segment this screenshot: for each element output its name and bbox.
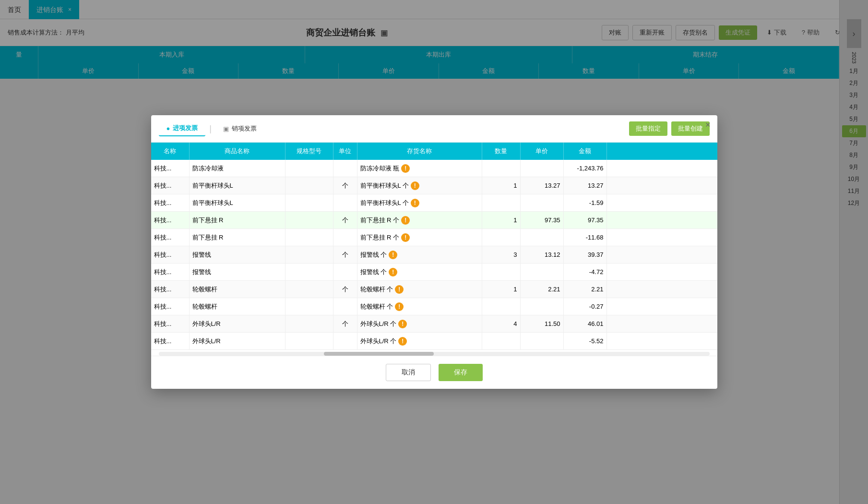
table-cell: 个	[333, 177, 357, 194]
table-cell: -4.72	[564, 264, 607, 280]
table-cell: 外球头L/R	[190, 333, 285, 349]
table-cell	[285, 298, 333, 315]
table-cell: 13.27	[521, 177, 564, 194]
table-cell: -5.52	[564, 333, 607, 349]
th-product: 商品名称	[190, 143, 285, 160]
table-row[interactable]: 科技...报警线报警线 个 !-4.72	[151, 264, 717, 281]
table-row[interactable]: 科技...前平衡杆球头L前平衡杆球头L 个 !-1.59	[151, 194, 717, 212]
table-cell	[482, 333, 521, 349]
warning-icon: !	[389, 268, 397, 276]
warning-icon: !	[411, 199, 419, 207]
table-row[interactable]: 科技...前平衡杆球头L个前平衡杆球头L 个 !113.2713.27	[151, 177, 717, 194]
table-row[interactable]: 科技...外球头L/R个外球头L/R 个 !411.5046.01	[151, 315, 717, 333]
tab-jinxiang-fapiao[interactable]: ● 进项发票	[159, 121, 206, 136]
table-cell: 13.12	[521, 246, 564, 263]
save-button[interactable]: 保存	[439, 364, 483, 381]
table-cell	[285, 229, 333, 246]
th-amount: 金额	[564, 143, 607, 160]
table-cell: 3	[482, 246, 521, 263]
table-cell	[482, 160, 521, 177]
table-cell: 报警线 个 !	[357, 264, 482, 280]
table-cell: 轮毂螺杆	[190, 281, 285, 298]
table-cell	[333, 264, 357, 280]
modal-scrollbar[interactable]	[159, 352, 710, 356]
table-cell: 外球头L/R 个 !	[357, 315, 482, 332]
table-cell: -1.59	[564, 194, 607, 211]
table-cell: 轮毂螺杆 个 !	[357, 298, 482, 315]
table-cell: 1	[482, 177, 521, 194]
table-cell	[482, 229, 521, 246]
table-cell: 11.50	[521, 315, 564, 332]
table-cell: 轮毂螺杆 个 !	[357, 281, 482, 298]
table-cell: 1	[482, 281, 521, 298]
table-cell	[285, 315, 333, 332]
tab-xiaoxiang-fapiao[interactable]: ▣ 销项发票	[215, 121, 264, 136]
jinxiang-tab-icon: ●	[166, 125, 170, 132]
table-cell: 科技...	[151, 246, 190, 263]
table-cell: 个	[333, 315, 357, 332]
table-cell	[285, 177, 333, 194]
table-cell: 前下悬挂 R	[190, 229, 285, 246]
th-unit: 单位	[333, 143, 357, 160]
modal-table-body: 科技...防冻冷却液防冻冷却液 瓶 !-1,243.76科技...前平衡杆球头L…	[151, 160, 717, 350]
table-cell: 97.35	[521, 212, 564, 228]
table-cell	[285, 160, 333, 177]
table-cell	[482, 264, 521, 280]
table-cell: -11.68	[564, 229, 607, 246]
table-cell	[333, 333, 357, 349]
table-cell: 轮毂螺杆	[190, 298, 285, 315]
table-row[interactable]: 科技...前下悬挂 R前下悬挂 R 个 !-11.68	[151, 229, 717, 246]
tab-separator: |	[209, 124, 212, 134]
table-cell: 科技...	[151, 264, 190, 280]
modal-close-button[interactable]: ×	[705, 120, 711, 130]
modal-header-buttons: 批量指定 批量创建	[629, 121, 710, 136]
table-cell	[521, 333, 564, 349]
table-row[interactable]: 科技...轮毂螺杆个轮毂螺杆 个 !12.212.21	[151, 281, 717, 298]
table-cell	[521, 264, 564, 280]
table-cell: 97.35	[564, 212, 607, 228]
table-cell: 46.01	[564, 315, 607, 332]
table-cell	[285, 281, 333, 298]
th-spec: 规格型号	[285, 143, 333, 160]
th-inventory: 存货名称	[357, 143, 482, 160]
table-cell: 科技...	[151, 229, 190, 246]
modal-table: 名称 商品名称 规格型号 单位 存货名称 数量 单价 金额 科技...防冻冷却液…	[151, 143, 717, 350]
warning-icon: !	[398, 337, 407, 346]
warning-icon: !	[398, 320, 407, 328]
table-cell: 个	[333, 212, 357, 228]
cancel-button[interactable]: 取消	[386, 364, 431, 381]
table-cell	[521, 298, 564, 315]
table-row[interactable]: 科技...报警线个报警线 个 !313.1239.37	[151, 246, 717, 264]
table-cell: 科技...	[151, 194, 190, 211]
modal-header: ● 进项发票 | ▣ 销项发票 批量指定 批量创建 ×	[151, 115, 717, 143]
warning-icon: !	[411, 181, 419, 190]
table-cell: 前平衡杆球头L 个 !	[357, 177, 482, 194]
th-name: 名称	[151, 143, 190, 160]
table-cell: 前平衡杆球头L	[190, 177, 285, 194]
table-row[interactable]: 科技...轮毂螺杆轮毂螺杆 个 !-0.27	[151, 298, 717, 315]
table-row[interactable]: 科技...防冻冷却液防冻冷却液 瓶 !-1,243.76	[151, 160, 717, 177]
table-cell: 科技...	[151, 177, 190, 194]
table-cell: 前下悬挂 R 个 !	[357, 229, 482, 246]
app-container: 首页 进销台账 × ✕ 销售成本计算方法： 月平均 商贸企业进销台账 ▣ 对账 …	[0, 0, 868, 504]
modal-overlay: ● 进项发票 | ▣ 销项发票 批量指定 批量创建 × 名称 商品名称	[0, 0, 868, 504]
table-cell: 科技...	[151, 315, 190, 332]
table-cell	[333, 229, 357, 246]
table-cell: 13.27	[564, 177, 607, 194]
table-cell: 科技...	[151, 160, 190, 177]
pizhi-create-button[interactable]: 批量创建	[671, 121, 710, 136]
table-cell: 前平衡杆球头L 个 !	[357, 194, 482, 211]
table-cell	[333, 194, 357, 211]
warning-icon: !	[401, 164, 410, 173]
table-cell: 科技...	[151, 333, 190, 349]
modal-scrollbar-thumb[interactable]	[324, 352, 434, 356]
table-cell: 科技...	[151, 298, 190, 315]
table-cell	[482, 298, 521, 315]
table-cell: -0.27	[564, 298, 607, 315]
table-cell: 防冻冷却液 瓶 !	[357, 160, 482, 177]
pizhi-button[interactable]: 批量指定	[629, 121, 667, 136]
table-row[interactable]: 科技...前下悬挂 R个前下悬挂 R 个 !197.3597.35	[151, 212, 717, 229]
modal-footer: 取消 保存	[151, 356, 717, 389]
table-row[interactable]: 科技...外球头L/R外球头L/R 个 !-5.52	[151, 333, 717, 350]
table-cell: 1	[482, 212, 521, 228]
